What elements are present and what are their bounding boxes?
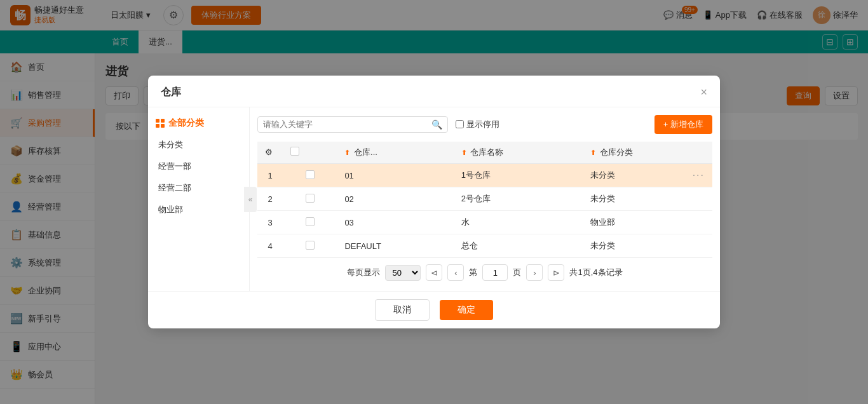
show-disabled-text: 显示停用	[466, 119, 499, 130]
table-row[interactable]: 3 03 水 物业部	[257, 211, 712, 234]
page-prev-button[interactable]: ‹	[447, 264, 464, 281]
cancel-button[interactable]: 取消	[375, 299, 430, 321]
category-item-ops2-label: 经营二部	[158, 183, 191, 192]
table-toolbar: 🔍 显示停用 + 新增仓库	[257, 115, 712, 134]
collapse-panel-button[interactable]: «	[244, 187, 257, 212]
category-all-button[interactable]: 全部分类	[148, 112, 249, 134]
row-name: 1号仓库	[454, 163, 583, 187]
row-name: 总仓	[454, 234, 583, 258]
modal-header: 仓库 ×	[148, 76, 720, 107]
per-page-select[interactable]: 50 10 20 100	[385, 265, 421, 281]
table-scroll-container: ⚙ ⬆ 仓库... ⬆	[257, 142, 712, 259]
sort-icon-code: ⬆	[344, 149, 350, 156]
table-body: 1 01 1号仓库 未分类··· 2 02 2号仓库 未分类 3 03 水 物业…	[257, 163, 712, 258]
total-info: 共1页,4条记录	[569, 267, 622, 278]
row-checkbox-cell	[283, 211, 337, 234]
row-code: 01	[337, 163, 453, 187]
row-category: 未分类	[583, 187, 712, 211]
category-item-ops2[interactable]: 经营二部	[148, 177, 249, 199]
category-item-property-label: 物业部	[158, 205, 183, 214]
category-header-label: 全部分类	[168, 118, 204, 129]
grid-icon	[156, 119, 165, 128]
pagination-bar: 每页显示 50 10 20 100 ⊲ ‹ 第 页 › ⊳ 共1页,4条记录	[257, 258, 712, 283]
th-code: ⬆ 仓库...	[337, 142, 453, 164]
row-code: DEFAULT	[337, 234, 453, 258]
th-category-label: 仓库分类	[600, 147, 633, 157]
row-num: 1	[257, 163, 283, 187]
modal-title: 仓库	[161, 86, 181, 99]
row-num: 2	[257, 187, 283, 211]
sort-icon-category: ⬆	[590, 149, 596, 156]
row-checkbox[interactable]	[306, 170, 315, 179]
row-num: 4	[257, 234, 283, 258]
show-disabled-checkbox[interactable]	[456, 120, 464, 128]
category-item-none[interactable]: 未分类	[148, 134, 249, 156]
more-actions-button[interactable]: ···	[693, 170, 705, 181]
table-header-row: ⚙ ⬆ 仓库... ⬆	[257, 142, 712, 164]
row-code: 02	[337, 187, 453, 211]
table-panel: 🔍 显示停用 + 新增仓库 ⚙	[250, 107, 720, 292]
row-name: 水	[454, 211, 583, 234]
table-row[interactable]: 2 02 2号仓库 未分类	[257, 187, 712, 211]
row-checkbox[interactable]	[306, 217, 315, 226]
th-category: ⬆ 仓库分类	[583, 142, 712, 164]
th-name: ⬆ 仓库名称	[454, 142, 583, 164]
modal-close-button[interactable]: ×	[700, 86, 707, 98]
th-name-label: 仓库名称	[470, 147, 503, 157]
category-value: 未分类	[590, 170, 615, 181]
new-warehouse-button[interactable]: + 新增仓库	[654, 115, 712, 134]
search-box: 🔍	[257, 116, 448, 133]
row-category: 未分类···	[583, 164, 712, 187]
row-category: 未分类	[583, 234, 712, 258]
category-item-property[interactable]: 物业部	[148, 199, 249, 220]
per-page-label: 每页显示	[347, 267, 380, 278]
confirm-button[interactable]: 确定	[440, 300, 493, 320]
th-checkbox	[283, 142, 337, 164]
show-disabled-label[interactable]: 显示停用	[456, 119, 499, 130]
category-item-ops1[interactable]: 经营一部	[148, 156, 249, 177]
page-first-button[interactable]: ⊲	[426, 264, 442, 281]
row-num: 3	[257, 211, 283, 234]
page-label: 第	[469, 267, 477, 278]
search-icon: 🔍	[431, 119, 442, 130]
category-item-none-label: 未分类	[158, 140, 183, 149]
page-last-button[interactable]: ⊳	[548, 264, 564, 281]
modal-footer: 取消 确定	[148, 291, 720, 328]
category-item-ops1-label: 经营一部	[158, 161, 191, 171]
select-all-checkbox[interactable]	[290, 147, 299, 156]
row-code: 03	[337, 211, 453, 234]
page-suffix: 页	[513, 267, 521, 278]
row-category: 物业部	[583, 211, 712, 234]
modal-overlay[interactable]: 仓库 × 全部分类 未分类 经营一部 经营二部	[0, 0, 868, 404]
row-name: 2号仓库	[454, 187, 583, 211]
category-panel: 全部分类 未分类 经营一部 经营二部 物业部 «	[148, 107, 250, 292]
th-code-label: 仓库...	[354, 147, 377, 157]
row-checkbox[interactable]	[306, 194, 315, 203]
row-checkbox-cell	[283, 234, 337, 258]
gear-icon: ⚙	[265, 147, 273, 157]
page-next-button[interactable]: ›	[526, 264, 543, 281]
warehouse-modal: 仓库 × 全部分类 未分类 经营一部 经营二部	[148, 76, 720, 329]
row-checkbox-cell	[283, 187, 337, 211]
search-input[interactable]	[263, 119, 429, 129]
page-number-input[interactable]	[482, 264, 508, 281]
modal-body: 全部分类 未分类 经营一部 经营二部 物业部 «	[148, 107, 720, 292]
row-checkbox-cell	[283, 163, 337, 187]
table-row[interactable]: 1 01 1号仓库 未分类···	[257, 163, 712, 187]
row-checkbox[interactable]	[306, 241, 315, 250]
th-settings: ⚙	[257, 142, 283, 164]
table-row[interactable]: 4 DEFAULT 总仓 未分类	[257, 234, 712, 258]
sort-icon-name: ⬆	[461, 149, 467, 156]
warehouse-table: ⚙ ⬆ 仓库... ⬆	[257, 142, 712, 259]
